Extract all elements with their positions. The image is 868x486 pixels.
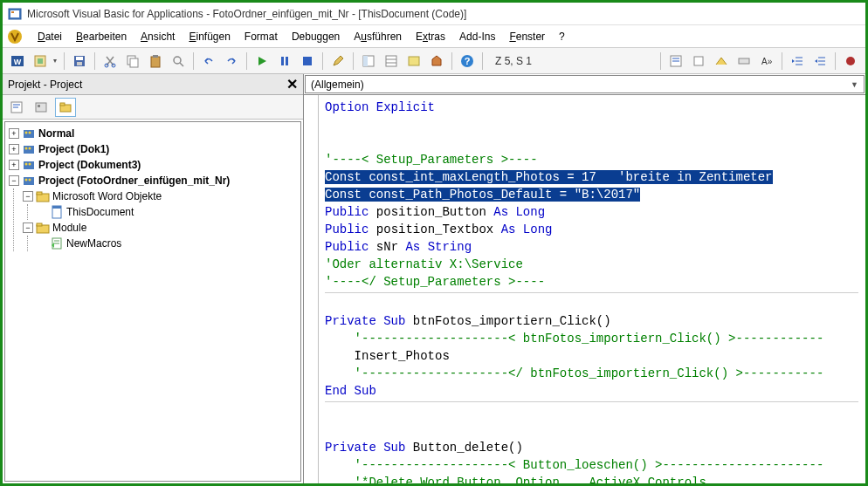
svg-point-58 [29, 163, 31, 166]
expand-icon[interactable]: + [9, 144, 19, 154]
toolbox-button[interactable] [427, 51, 446, 71]
project-explorer-title: Projekt - Project [8, 79, 82, 91]
project-explorer-toolbar [3, 95, 303, 120]
svg-rect-2 [11, 11, 14, 13]
svg-rect-65 [52, 206, 61, 209]
find-button[interactable] [169, 51, 188, 71]
menu-debuggen[interactable]: Debuggen [286, 28, 345, 45]
list-properties-button[interactable] [666, 51, 685, 71]
insert-dropdown-icon[interactable]: ▾ [53, 57, 59, 65]
svg-rect-49 [60, 103, 65, 106]
menu-einfuegen[interactable]: Einfügen [183, 28, 235, 45]
tree-node-word-objekte[interactable]: − Microsoft Word Objekte [21, 188, 299, 204]
app-icon [8, 7, 22, 21]
svg-rect-14 [130, 58, 138, 67]
svg-rect-7 [38, 58, 43, 64]
collapse-icon[interactable]: − [9, 175, 19, 186]
toggle-breakpoint-button[interactable] [841, 51, 860, 71]
view-code-button[interactable] [6, 98, 27, 117]
menu-extras[interactable]: Extras [410, 28, 451, 45]
menu-datei[interactable]: Datei [32, 28, 67, 45]
menu-bearbeiten[interactable]: Bearbeiten [71, 28, 132, 45]
module-icon [50, 236, 64, 250]
object-dropdown[interactable]: (Allgemein) ▼ [305, 75, 865, 93]
svg-point-61 [29, 179, 31, 181]
tree-node-foto[interactable]: − Project (FotoOrdner_einfügen_mit_Nr) [7, 173, 299, 188]
vba-logo-icon [6, 28, 24, 45]
menu-ansicht[interactable]: Ansicht [135, 28, 180, 45]
svg-rect-24 [386, 56, 396, 66]
window-title: Microsoft Visual Basic for Applications … [27, 8, 466, 20]
project-tree[interactable]: + Normal + Project (Dok1) + Project (Dok… [4, 121, 301, 482]
tree-node-dokument3[interactable]: + Project (Dokument3) [7, 157, 299, 173]
svg-rect-20 [286, 57, 288, 65]
menu-hilfe[interactable]: ? [554, 28, 570, 45]
tree-node-thisdocument[interactable]: ThisDocument [35, 204, 299, 220]
svg-rect-53 [24, 146, 34, 154]
svg-rect-34 [739, 58, 749, 64]
save-button[interactable] [70, 51, 89, 71]
svg-point-57 [25, 163, 28, 166]
folder-icon [36, 189, 50, 203]
design-mode-button[interactable] [328, 51, 348, 71]
project-icon [22, 127, 36, 140]
svg-point-52 [29, 132, 31, 134]
menu-addins[interactable]: Add-Ins [454, 28, 500, 45]
project-icon [22, 158, 36, 172]
run-button[interactable] [252, 51, 272, 71]
svg-rect-9 [76, 57, 83, 60]
help-button[interactable]: ? [458, 51, 477, 71]
svg-rect-10 [77, 62, 82, 65]
svg-rect-27 [409, 57, 419, 65]
list-constants-button[interactable] [689, 51, 708, 71]
object-browser-button[interactable] [404, 51, 424, 71]
tree-node-normal[interactable]: + Normal [7, 126, 299, 141]
main-toolbar: W ▾ ? Z 5, S 1 A» [3, 48, 865, 74]
code-pane: (Allgemein) ▼ Option Explicit '----< Set… [304, 74, 865, 483]
view-object-button[interactable] [31, 98, 52, 117]
reset-button[interactable] [298, 51, 317, 71]
complete-word-button[interactable]: A» [757, 51, 776, 71]
toggle-folders-button[interactable] [55, 98, 76, 117]
menu-bar: Datei Bearbeiten Ansicht Einfügen Format… [3, 25, 865, 48]
svg-point-54 [25, 147, 28, 150]
properties-button[interactable] [382, 51, 401, 71]
svg-rect-47 [38, 105, 40, 107]
undo-button[interactable] [199, 51, 218, 71]
menu-format[interactable]: Format [239, 28, 283, 45]
svg-point-55 [29, 147, 31, 150]
project-explorer-pane: Projekt - Project ✕ + Normal + Project (… [3, 74, 304, 483]
tree-node-dok1[interactable]: + Project (Dok1) [7, 141, 299, 157]
cut-button[interactable] [100, 51, 120, 71]
svg-rect-15 [151, 57, 160, 67]
svg-point-60 [25, 179, 28, 181]
copy-button[interactable] [123, 51, 142, 71]
svg-rect-56 [24, 161, 34, 169]
svg-point-42 [846, 57, 855, 65]
document-icon [50, 205, 64, 219]
collapse-icon[interactable]: − [23, 191, 33, 202]
outdent-button[interactable] [810, 51, 830, 71]
insert-button[interactable] [31, 51, 50, 71]
redo-button[interactable] [222, 51, 241, 71]
svg-rect-33 [694, 57, 703, 65]
expand-icon[interactable]: + [9, 160, 19, 170]
project-explorer-close-button[interactable]: ✕ [286, 76, 298, 92]
project-explorer-button[interactable] [359, 51, 378, 71]
expand-icon[interactable]: + [9, 128, 19, 139]
menu-fenster[interactable]: Fenster [504, 28, 550, 45]
view-word-button[interactable]: W [8, 51, 27, 71]
code-editor[interactable]: Option Explicit '----< Setup_Parameters … [304, 95, 865, 483]
collapse-icon[interactable]: − [23, 222, 33, 233]
svg-text:A»: A» [761, 57, 773, 66]
break-button[interactable] [275, 51, 294, 71]
project-explorer-header: Projekt - Project ✕ [3, 74, 303, 95]
quick-info-button[interactable] [712, 51, 731, 71]
svg-rect-63 [37, 192, 42, 195]
indent-button[interactable] [788, 51, 807, 71]
menu-ausfuehren[interactable]: Ausführen [348, 28, 407, 45]
tree-node-newmacros[interactable]: NewMacros [35, 236, 299, 251]
tree-node-module[interactable]: − Module [21, 220, 299, 236]
parameter-info-button[interactable] [734, 51, 754, 71]
paste-button[interactable] [146, 51, 165, 71]
